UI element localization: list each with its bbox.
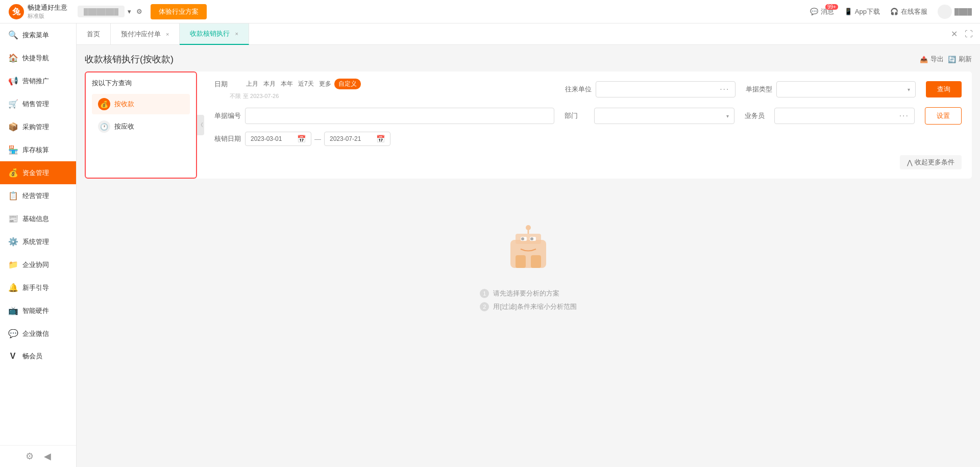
sidebar-item-wechat[interactable]: 💬 企业微信 [0,322,76,345]
hardware-icon: 📺 [8,306,17,315]
date-range-separator: — [314,135,321,143]
doc-type-arrow-icon: ▾ [908,87,910,92]
export-button[interactable]: 📤 导出 [920,55,944,64]
sidebar-item-collab[interactable]: 📁 企业协同 [0,253,76,276]
basics-icon: 📰 [8,214,17,224]
filter-option-by-receipt[interactable]: 💰 按收款 [92,94,190,114]
message-item[interactable]: 💬 消息 99+ [810,7,834,16]
top-bar: 兔 畅捷通好生意 标准版 ████████ ▾ ⚙ 体验行业方案 💬 消息 99… [0,0,980,23]
tip-num-1: 1 [480,289,489,298]
date-unlimit-label: 不限 [230,92,241,100]
staff-select[interactable]: ··· [774,108,915,124]
collapse-icon[interactable]: ◀ [44,451,51,462]
main-layout: 🔍 搜索菜单 🏠 快捷导航 📢 营销推广 🛒 销售管理 📦 采购管理 🏪 库存核… [0,23,980,467]
shortcut-last-month[interactable]: 上月 [244,79,260,89]
svg-rect-7 [531,255,541,268]
refresh-button[interactable]: 🔄 刷新 [948,55,972,64]
bottom-settings-icon[interactable]: ⚙ [26,451,34,462]
page-header-actions: 📤 导出 🔄 刷新 [920,55,972,64]
close-tab-icon[interactable]: ✕ [949,27,960,41]
filter-container: 按以下方查询 💰 按收款 🕐 按应收 《 [85,71,972,179]
sidebar-item-sales[interactable]: 🛒 销售管理 [0,92,76,115]
doc-type-select[interactable]: ▾ [776,81,916,97]
verify-date-range: 2023-03-01 📅 — 2023-07-21 📅 [245,132,390,146]
message-icon: 💬 [810,8,818,15]
collapse-panel-btn[interactable]: 《 [197,115,204,135]
partner-select[interactable]: ··· [596,81,736,97]
shortcut-more[interactable]: 更多 [317,79,333,89]
tip-num-2: 2 [480,302,489,311]
shortcut-custom[interactable]: 自定义 [334,79,361,89]
empty-tip-2: 2 用[过滤]条件来缩小分析范围 [480,302,576,311]
doc-num-label: 单据编号 [214,111,241,120]
settings-button[interactable]: 设置 [925,107,962,125]
sidebar-item-basics[interactable]: 📰 基础信息 [0,207,76,230]
staff-label: 业务员 [745,111,770,120]
shortcut-this-year[interactable]: 本年 [279,79,295,89]
tab-home[interactable]: 首页 [77,23,111,45]
sidebar-item-marketing[interactable]: 📢 营销推广 [0,69,76,92]
system-icon: ⚙️ [8,237,17,247]
user-item[interactable]: ████ [938,5,972,19]
online-service-item[interactable]: 🎧 在线客服 [890,7,927,16]
sidebar-item-system[interactable]: ⚙️ 系统管理 [0,230,76,253]
export-icon: 📤 [920,56,928,63]
svg-rect-3 [516,234,541,244]
search-icon: 🔍 [8,30,17,40]
operation-icon: 📋 [8,191,17,201]
member-icon: V [8,352,17,361]
shortcut-7days[interactable]: 近7天 [296,79,316,89]
app-download-item[interactable]: 📱 App下载 [844,7,880,16]
receivable-icon: 🕐 [98,120,110,133]
date-label: 日期 [214,80,240,89]
staff-field: 业务员 ··· [745,108,915,124]
svg-point-9 [530,237,533,240]
tab-prepay[interactable]: 预付冲应付单 × [111,23,180,45]
sidebar-item-hardware[interactable]: 📺 智能硬件 [0,299,76,322]
company-title: ████████ [78,6,125,17]
sidebar-item-member[interactable]: V 畅会员 [0,345,76,367]
sidebar-item-inventory[interactable]: 🏪 库存核算 [0,138,76,161]
verify-date-start-input[interactable]: 2023-03-01 📅 [245,132,311,146]
dropdown-arrow-icon[interactable]: ▾ [128,8,131,15]
doc-type-field: 单据类型 ▾ [746,81,916,97]
tab-close-verify[interactable]: × [235,31,238,37]
empty-tip-1: 1 请先选择要分析的方案 [480,289,576,298]
doc-type-label: 单据类型 [746,85,772,94]
app-logo: 兔 畅捷通好生意 标准版 [8,3,67,20]
home-icon: 🏠 [8,53,17,63]
partner-field: 往来单位 ··· [565,81,736,97]
sidebar-item-operation[interactable]: 📋 经营管理 [0,184,76,207]
doc-num-input[interactable] [245,108,554,124]
more-conditions-button[interactable]: ⋀ 收起更多条件 [900,155,962,169]
filter-option-by-receivable[interactable]: 🕐 按应收 [92,116,190,137]
query-button[interactable]: 查询 [926,81,962,97]
industry-button[interactable]: 体验行业方案 [151,4,207,19]
settings-icon[interactable]: ⚙ [136,8,142,15]
sidebar-item-guide[interactable]: 🔔 新手引导 [0,276,76,299]
dept-field: 部门 ▾ [565,108,734,124]
filter-row-3: 核销日期 2023-03-01 📅 — 2023-07-21 📅 [214,132,962,146]
sidebar-item-finance[interactable]: 💰 资金管理 [0,161,76,184]
filter-left-panel: 按以下方查询 💰 按收款 🕐 按应收 [85,71,197,179]
tab-close-prepay[interactable]: × [166,31,169,37]
headset-icon: 🎧 [890,8,898,15]
shortcut-this-month[interactable]: 本月 [261,79,278,89]
guide-icon: 🔔 [8,283,17,292]
expand-tab-icon[interactable]: ⛶ [963,28,975,41]
sidebar-item-quicknav[interactable]: 🏠 快捷导航 [0,46,76,69]
tab-verify[interactable]: 收款核销执行 × [180,23,249,45]
top-bar-right: 💬 消息 99+ 📱 App下载 🎧 在线客服 ████ [810,5,972,19]
page-title: 收款核销执行(按收款) [85,53,174,65]
staff-dots-icon: ··· [899,111,909,120]
phone-icon: 📱 [844,8,852,15]
sidebar-item-search[interactable]: 🔍 搜索菜单 [0,23,76,46]
page-content: 收款核销执行(按收款) 📤 导出 🔄 刷新 按以下方查询 [77,45,980,467]
dept-select[interactable]: ▾ [594,108,734,124]
sidebar-item-purchase[interactable]: 📦 采购管理 [0,115,76,138]
partner-label: 往来单位 [565,85,592,94]
calendar-end-icon: 📅 [376,135,385,143]
verify-date-field: 核销日期 2023-03-01 📅 — 2023-07-21 📅 [214,132,552,146]
date-end-suffix: 至 2023-07-26 [243,92,279,100]
verify-date-end-input[interactable]: 2023-07-21 📅 [324,132,390,146]
